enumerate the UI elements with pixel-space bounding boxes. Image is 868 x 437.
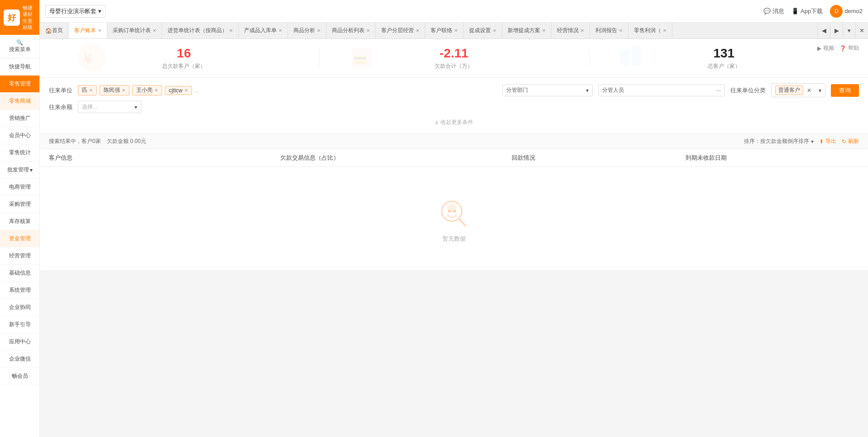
tab-accounts[interactable]: 客户账本 ✕ [69, 23, 107, 38]
sidebar-item-newguide[interactable]: 新手引导 [0, 316, 39, 333]
content: ¥ 16 总欠款客户（家） 💳 -2.11 欠款合计（万） [40, 39, 868, 437]
tab-product-inbound[interactable]: 产成品入库单 ✕ [239, 23, 288, 38]
stat1-label: 总欠款客户（家） [162, 62, 206, 70]
debt-bg-icon: 💳 [346, 42, 378, 75]
tab-customer-connect[interactable]: 客户联络 ✕ [425, 23, 464, 38]
collapse-btn[interactable]: ∧ 收起更多条件 [435, 119, 473, 126]
sidebar-item-operation[interactable]: 经营管理 [0, 247, 39, 265]
tab-close-customer-segment[interactable]: ✕ [416, 28, 419, 33]
sidebar-item-quicknav[interactable]: 快捷导航 [0, 58, 39, 76]
sidebar-item-appstore[interactable]: 应用中心 [0, 333, 39, 351]
messages-btn[interactable]: 💬 消息 [763, 7, 784, 15]
tab-close-customer-connect[interactable]: ✕ [454, 28, 458, 33]
tab-close-profit-report[interactable]: ✕ [619, 28, 623, 33]
stats-row: ¥ 16 总欠款客户（家） 💳 -2.11 欠款合计（万） [40, 39, 868, 78]
tabs-menu-btn[interactable]: ▾ [843, 23, 855, 39]
sidebar-item-member[interactable]: 会员中心 [0, 127, 39, 144]
sidebar-item-retail-stats[interactable]: 零售统计 [0, 144, 39, 162]
balance-label: 往来余额 [49, 103, 72, 111]
tab-close-purchase-orders[interactable]: ✕ [153, 28, 156, 33]
tab-close-product-inbound[interactable]: ✕ [278, 28, 282, 33]
message-icon: 💬 [763, 8, 771, 14]
tab-close-product-analysis[interactable]: ✕ [317, 28, 321, 33]
tab-inventory-stats[interactable]: 进货单统计表（按商品） ✕ [162, 23, 239, 38]
tabs-prev-btn[interactable]: ◀ [817, 23, 830, 39]
video-btn[interactable]: ▶ 视频 [817, 44, 834, 52]
export-btn[interactable]: ⬆ 导出 [819, 138, 836, 145]
filter-tag-close-cjttcw[interactable]: ✕ [184, 88, 188, 93]
table-header: 客户信息 欠款交易信息（占比） 回款情况 到期未收款日期 [40, 149, 868, 167]
filter-area: 往来单位 匹 ✕ 陈民强 ✕ 王小亮 ✕ cjttcw [40, 78, 868, 134]
filter-tag-chenminqiang: 陈民强 ✕ [100, 85, 129, 95]
tab-new-promotion[interactable]: 新增提成方案 ✕ [502, 23, 551, 38]
results-right: 排序：按欠款金额倒序排序 ▾ ⬆ 导出 ↻ 刷新 [744, 138, 859, 145]
tab-home[interactable]: 🏠 首页 [40, 23, 69, 38]
tab-retail-profit[interactable]: 零售利润（ ✕ [628, 23, 672, 38]
svg-text:¥: ¥ [83, 50, 92, 66]
tab-close-accounts[interactable]: ✕ [98, 28, 101, 33]
chevron-down-sort-icon: ▾ [811, 138, 814, 145]
table-area: 客户信息 欠款交易信息（占比） 回款情况 到期未收款日期 [40, 149, 868, 270]
tab-close-retail-profit[interactable]: ✕ [663, 28, 667, 33]
sidebar-item-marketing[interactable]: 营销推广 [0, 110, 39, 127]
sidebar-item-retail-mall[interactable]: 零售商城 [0, 93, 39, 110]
sidebar-item-wholesale[interactable]: 批发管理▾ [0, 162, 39, 179]
chevron-down-balance-icon: ▾ [134, 104, 137, 110]
sort-dropdown[interactable]: 排序：按欠款金额倒序排序 ▾ [744, 138, 814, 145]
sidebar-item-retail[interactable]: 零售管理 [0, 76, 39, 93]
filter-tag-close-chenminqiang[interactable]: ✕ [122, 88, 125, 93]
refresh-btn[interactable]: ↻ 刷新 [842, 138, 859, 145]
tab-purchase-orders[interactable]: 采购订单统计表 ✕ [107, 23, 162, 38]
sidebar-item-basic[interactable]: 基础信息 [0, 265, 39, 282]
person-select[interactable]: 分管人员 ··· [598, 84, 725, 96]
sidebar-item-purchase[interactable]: 采购管理 [0, 196, 39, 213]
svg-rect-5 [632, 46, 642, 66]
sidebar-item-search[interactable]: 🔍 搜索菜单 [0, 35, 39, 58]
tabs-next-btn[interactable]: ▶ [830, 23, 843, 39]
filter-tag-close-default[interactable]: ✕ [89, 88, 93, 93]
category-tag: 普通客户 [775, 86, 803, 95]
category-select[interactable]: 普通客户 ✕ ▾ [771, 83, 825, 97]
logo-icon: 好 [4, 10, 20, 26]
sidebar-item-vip[interactable]: 畅会员 [0, 368, 39, 385]
app-download-btn[interactable]: 📱 App下载 [791, 7, 823, 15]
tab-close-promotion-settings[interactable]: ✕ [493, 28, 496, 33]
balance-select[interactable]: 选择... ▾ [78, 101, 141, 113]
tab-close-operation[interactable]: ✕ [580, 28, 584, 33]
sidebar-item-finance[interactable]: 资金管理 [0, 230, 39, 247]
tab-product-analysis-list[interactable]: 商品分析列表 ✕ [326, 23, 376, 38]
tab-customer-segment[interactable]: 客户分层经营 ✕ [376, 23, 425, 38]
sidebar-item-enterprise[interactable]: 企业协同 [0, 299, 39, 316]
empty-text: 暂无数据 [442, 235, 466, 243]
topbar-right: 💬 消息 📱 App下载 D demo2 [763, 5, 863, 18]
filter-tags: 匹 ✕ 陈民强 ✕ 王小亮 ✕ cjttcw ✕ ... [78, 85, 497, 95]
stat3-value: 131 [713, 46, 734, 61]
filter-more-btn[interactable]: ... [195, 87, 199, 94]
filter-tag-default: 匹 ✕ [78, 85, 97, 95]
tab-profit-report[interactable]: 利润报告 ✕ [590, 23, 628, 38]
tab-close-inventory-stats[interactable]: ✕ [229, 28, 233, 33]
tab-product-analysis[interactable]: 商品分析 ✕ [288, 23, 326, 38]
user-avatar-btn[interactable]: D demo2 [830, 5, 863, 18]
tab-close-new-promotion[interactable]: ✕ [542, 28, 546, 33]
filter-tag-close-wangxiaoliang[interactable]: ✕ [154, 88, 158, 93]
help-btn[interactable]: ❓ 帮助 [839, 44, 859, 52]
svg-rect-4 [620, 50, 630, 66]
tab-close-product-analysis-list[interactable]: ✕ [366, 28, 370, 33]
col-due-date: 到期未收款日期 [686, 154, 859, 162]
sidebar-item-ecommerce[interactable]: 电商管理 [0, 179, 39, 196]
sidebar-item-inventory[interactable]: 库存核算 [0, 213, 39, 230]
sidebar-item-wechat[interactable]: 企业微信 [0, 351, 39, 368]
tabs-close-all-btn[interactable]: ✕ [855, 23, 868, 39]
sidebar-item-system[interactable]: 系统管理 [0, 282, 39, 299]
category-tag-close[interactable]: ✕ [807, 87, 811, 94]
query-button[interactable]: 查询 [831, 84, 859, 97]
tab-promotion-settings[interactable]: 提成设置 ✕ [464, 23, 502, 38]
empty-icon [436, 194, 472, 230]
dept-select[interactable]: 分管部门 ▾ [502, 84, 593, 96]
svg-point-10 [453, 210, 456, 213]
tab-operation[interactable]: 经营情况 ✕ [551, 23, 590, 38]
customers-bg-icon [616, 42, 647, 75]
filter-tag-cjttcw: cjttcw ✕ [165, 86, 192, 95]
account-dropdown[interactable]: 母婴行业演示帐套 ▾ [45, 5, 106, 18]
